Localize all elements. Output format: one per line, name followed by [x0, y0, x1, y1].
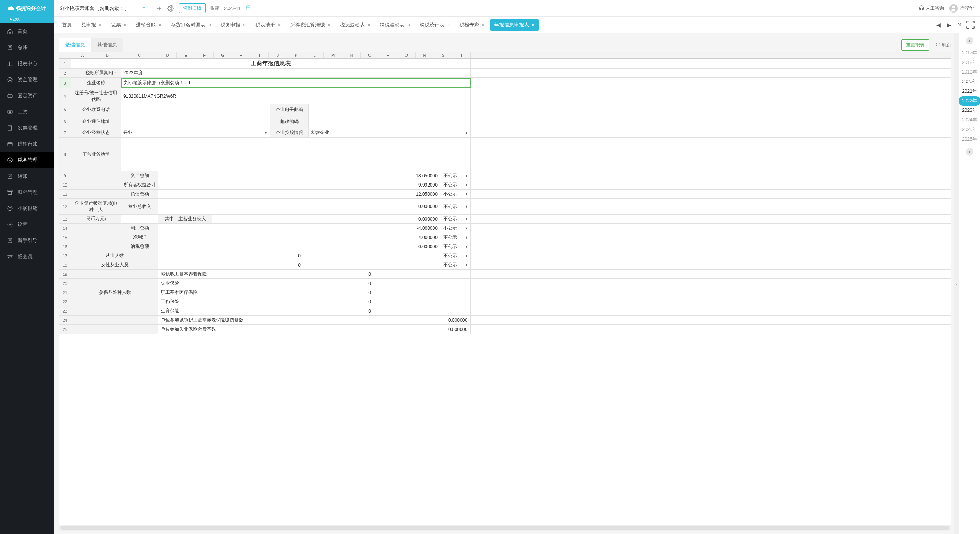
zip-value[interactable]: [309, 115, 471, 128]
gear-icon[interactable]: [167, 5, 174, 12]
row-header[interactable]: 8: [59, 138, 71, 171]
switch-old-version-button[interactable]: 切到旧版: [179, 3, 206, 13]
tabs-next-button[interactable]: ▶: [944, 20, 954, 30]
row-header[interactable]: 9: [59, 171, 71, 180]
nav-home[interactable]: 首页: [0, 23, 54, 39]
tab-发票[interactable]: 发票✕: [107, 19, 131, 31]
tab-进销台账[interactable]: 进销台账✕: [132, 19, 165, 31]
asset-value[interactable]: -4.000000: [158, 224, 441, 233]
tab-close-icon[interactable]: ✕: [243, 23, 246, 28]
tab-纳税波动表[interactable]: 纳税波动表✕: [376, 19, 414, 31]
row-header[interactable]: 24: [59, 316, 71, 324]
asset-value[interactable]: 0.000000: [212, 215, 441, 223]
col-header-L[interactable]: L: [305, 52, 324, 58]
tab-所得税汇算清缴[interactable]: 所得税汇算清缴✕: [286, 19, 335, 31]
nav-asset[interactable]: 固定资产: [0, 88, 54, 104]
asset-value[interactable]: 0.000000: [158, 242, 441, 251]
year-2023年[interactable]: 2023年: [959, 106, 980, 115]
row-header[interactable]: 12: [59, 199, 71, 214]
tab-税表清册[interactable]: 税表清册✕: [252, 19, 285, 31]
tab-close-icon[interactable]: ✕: [407, 23, 410, 28]
col-header-F[interactable]: F: [195, 52, 214, 58]
publicity-select[interactable]: 不公示▼: [441, 233, 471, 242]
col-header-D[interactable]: D: [158, 52, 177, 58]
row-header[interactable]: 23: [59, 306, 71, 315]
tab-兑申报[interactable]: 兑申报✕: [77, 19, 106, 31]
publicity-select[interactable]: 不公示▼: [441, 190, 471, 198]
row-header[interactable]: 16: [59, 242, 71, 251]
col-header-J[interactable]: J: [269, 52, 287, 58]
col-header-C[interactable]: C: [121, 52, 158, 58]
tab-close-icon[interactable]: ✕: [367, 23, 371, 28]
nav-inout[interactable]: 进销台账: [0, 136, 54, 152]
insured-value[interactable]: 0: [270, 306, 471, 315]
nav-close-acct[interactable]: 结账: [0, 168, 54, 184]
year-2022年[interactable]: 2022年: [959, 96, 980, 106]
tab-close-icon[interactable]: ✕: [447, 23, 450, 28]
nav-archive[interactable]: 归档管理: [0, 184, 54, 200]
year-2020年[interactable]: 2020年: [959, 77, 980, 87]
row-header[interactable]: 21: [59, 288, 71, 297]
row-header[interactable]: 11: [59, 190, 71, 198]
row-header[interactable]: 20: [59, 279, 71, 288]
insured-value[interactable]: 0: [270, 279, 471, 288]
period-value[interactable]: 2023-11: [224, 6, 241, 11]
col-header-O[interactable]: O: [361, 52, 379, 58]
publicity-select[interactable]: 不公示▼: [441, 242, 471, 251]
publicity-select[interactable]: 不公示▼: [441, 180, 471, 189]
phone-value[interactable]: [121, 104, 270, 115]
select-all-corner[interactable]: [59, 52, 71, 58]
tab-存货别名对照表[interactable]: 存货别名对照表✕: [167, 19, 215, 31]
nav-xc[interactable]: 小畅报销: [0, 200, 54, 216]
row-header[interactable]: 4: [59, 88, 71, 104]
row-header[interactable]: 18: [59, 260, 71, 269]
asset-value[interactable]: 0.000000: [158, 199, 441, 214]
asset-value[interactable]: 9.992000: [158, 180, 441, 189]
tab-close-icon[interactable]: ✕: [531, 23, 535, 28]
row-header[interactable]: 22: [59, 297, 71, 306]
publicity-select[interactable]: 不公示▼: [441, 260, 471, 269]
row-header[interactable]: 2: [59, 69, 71, 77]
row-header[interactable]: 3: [59, 78, 71, 88]
tab-close-icon[interactable]: ✕: [208, 23, 211, 28]
year-panel-collapse[interactable]: ‹: [954, 33, 959, 534]
tab-close-icon[interactable]: ✕: [123, 23, 127, 28]
tab-税负波动表[interactable]: 税负波动表✕: [336, 19, 374, 31]
horizontal-scrollbar[interactable]: [59, 525, 951, 531]
refresh-button[interactable]: 刷新: [936, 42, 951, 48]
inner-tab-基础信息[interactable]: 基础信息: [59, 38, 91, 52]
plus-icon[interactable]: [156, 5, 163, 12]
tab-close-icon[interactable]: ✕: [98, 23, 102, 28]
row-header[interactable]: 6: [59, 115, 71, 128]
row-header[interactable]: 19: [59, 270, 71, 278]
asset-value[interactable]: 12.050000: [158, 190, 441, 198]
col-header-E[interactable]: E: [177, 52, 195, 58]
tab-close-icon[interactable]: ✕: [158, 23, 162, 28]
nav-member[interactable]: 畅会员: [0, 249, 54, 265]
base-value[interactable]: 0.000000: [270, 325, 471, 334]
col-header-R[interactable]: R: [416, 52, 434, 58]
row-header[interactable]: 14: [59, 224, 71, 233]
publicity-select[interactable]: 不公示▼: [441, 171, 471, 180]
row-value[interactable]: 0: [158, 260, 441, 269]
nav-chart[interactable]: 报表中心: [0, 56, 54, 72]
col-header-K[interactable]: K: [287, 52, 305, 58]
tab-首页[interactable]: 首页: [58, 19, 76, 31]
tab-close-icon[interactable]: ✕: [482, 23, 485, 28]
tab-税务申报[interactable]: 税务申报✕: [217, 19, 250, 31]
company-name-input[interactable]: 刘小艳演示账套（勿删勿动！）1: [121, 78, 471, 88]
insured-value[interactable]: 0: [270, 297, 471, 306]
nav-salary[interactable]: 工资: [0, 104, 54, 120]
row-header[interactable]: 25: [59, 325, 71, 334]
nav-settings[interactable]: 设置: [0, 216, 54, 233]
nav-ledger[interactable]: 总账: [0, 39, 54, 56]
calendar-icon[interactable]: [245, 5, 251, 11]
col-header-I[interactable]: I: [250, 52, 269, 58]
base-value[interactable]: 0.000000: [270, 316, 471, 324]
insured-value[interactable]: 0: [270, 288, 471, 297]
user-menu[interactable]: 徐泽华: [949, 4, 974, 13]
consult-link[interactable]: 人工咨询: [919, 5, 944, 11]
row-header[interactable]: 7: [59, 128, 71, 137]
year-down-button[interactable]: ▼: [966, 148, 973, 156]
addr-value[interactable]: [121, 115, 270, 128]
